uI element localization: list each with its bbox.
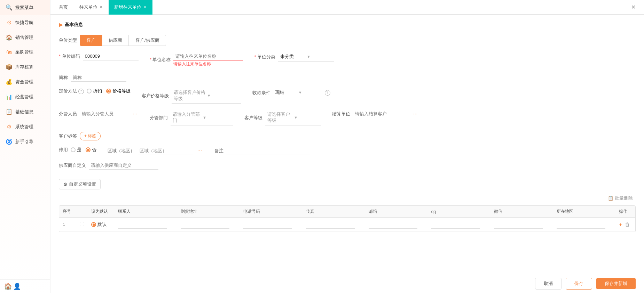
add-tag-button[interactable]: + 标签 xyxy=(80,132,101,140)
unit-name-field: * 单位名称 请输入往来单位名称 xyxy=(150,52,243,67)
short-name-field: 简称 xyxy=(59,73,126,82)
radio-discount[interactable]: 折扣 xyxy=(87,88,102,94)
customer-level-select[interactable]: 请选择客户等级 ▼ xyxy=(265,110,321,125)
cancel-button[interactable]: 取消 xyxy=(535,278,561,290)
table-header-row: 序号 设为默认 联系人 到货地址 电话号码 传真 邮箱 qq 微信 所在地区 操… xyxy=(59,206,635,218)
customer-level-chevron-icon: ▼ xyxy=(294,115,319,120)
settlement-unit-input[interactable] xyxy=(353,110,409,118)
unit-name-input[interactable] xyxy=(173,52,243,60)
radio-price-level-dot xyxy=(107,90,110,92)
section-basic-info: ▶ 基本信息 xyxy=(59,22,636,28)
customer-level-label: 客户等级 xyxy=(244,115,262,121)
default-radio-circle xyxy=(91,222,96,227)
inventory-icon: 📦 xyxy=(6,64,13,70)
col-email: 邮箱 xyxy=(365,206,428,218)
unit-category-value: 未分类 xyxy=(280,54,305,60)
add-row-button[interactable]: + xyxy=(619,222,622,227)
cell-address[interactable] xyxy=(177,218,240,232)
note-input[interactable] xyxy=(226,147,310,155)
operations-icon: 📊 xyxy=(6,93,13,100)
settlement-more-icon[interactable]: ··· xyxy=(411,111,419,117)
sidebar-item-operations[interactable]: 📊 经营管理 xyxy=(0,89,50,104)
code-name-category-row: * 单位编码 * 单位名称 请输入往来单位名称 * 单位分类 xyxy=(59,52,636,67)
type-btn-both[interactable]: 客户/供应商 xyxy=(129,35,166,46)
col-region: 所在地区 xyxy=(553,206,616,218)
manager-label: 分管人员 xyxy=(59,111,77,117)
pricing-row: 定价方法 ? 折扣 价格等级 客户价格 xyxy=(59,88,636,104)
region-input[interactable] xyxy=(138,147,193,155)
save-button[interactable]: 保存 xyxy=(566,278,592,290)
sidebar-item-guide[interactable]: 🌀 新手引导 xyxy=(0,134,50,149)
cell-qq[interactable] xyxy=(428,218,490,232)
tab-partners-close-icon[interactable]: ✕ xyxy=(100,5,103,9)
radio-yes[interactable]: 是 xyxy=(71,147,81,153)
customer-price-level-placeholder: 请选择客户价格等级 xyxy=(174,89,206,102)
manager-more-icon[interactable]: ··· xyxy=(131,111,139,117)
purchase-icon: 🛍 xyxy=(6,49,13,55)
radio-price-level[interactable]: 价格等级 xyxy=(106,88,131,94)
tab-home[interactable]: 首页 xyxy=(53,0,74,15)
cell-region[interactable] xyxy=(553,218,616,232)
customer-price-level-select[interactable]: 请选择客户价格等级 ▼ xyxy=(172,88,241,104)
disabled-row: 停用 是 否 区域（地区） ··· xyxy=(59,147,636,155)
short-name-input[interactable] xyxy=(71,73,126,82)
table-toolbar: 📋 批量删除 xyxy=(59,194,636,203)
supplier-custom-input[interactable] xyxy=(89,161,158,170)
save-new-button[interactable]: 保存并新增 xyxy=(596,278,636,289)
type-btn-supplier[interactable]: 供应商 xyxy=(102,35,129,46)
supplier-custom-field: 供应商自定义 xyxy=(59,161,158,170)
region-more-icon[interactable]: ··· xyxy=(196,148,203,154)
radio-no[interactable]: 否 xyxy=(86,147,96,153)
row-checkbox[interactable] xyxy=(80,222,84,226)
unit-category-select[interactable]: 未分类 ▼ xyxy=(278,52,334,62)
payment-help-icon[interactable]: ? xyxy=(325,90,330,96)
main-area: 首页 往来单位 ✕ 新增往来单位 ✕ ✕ ▶ 基本信息 单位类型 客户 供应商 … xyxy=(50,0,644,293)
department-placeholder: 请输入分管部门 xyxy=(173,111,201,124)
batch-delete-button[interactable]: 📋 批量删除 xyxy=(608,195,633,201)
type-btn-customer[interactable]: 客户 xyxy=(80,35,102,46)
batch-delete-icon: 📋 xyxy=(608,196,613,201)
region-label: 区域（地区） xyxy=(108,148,135,154)
sidebar-item-quicknav[interactable]: ⊙ 快捷导航 xyxy=(0,15,50,30)
radio-discount-circle xyxy=(87,89,92,93)
department-label: 分管部门 xyxy=(150,115,168,121)
radio-yes-circle xyxy=(71,147,76,152)
col-default: 设为默认 xyxy=(88,206,114,218)
department-chevron-icon: ▼ xyxy=(203,115,231,120)
cell-phone[interactable] xyxy=(240,218,303,232)
supplier-custom-label: 供应商自定义 xyxy=(59,162,86,169)
sidebar-item-purchase[interactable]: 🛍 采购管理 xyxy=(0,45,50,59)
unit-type-label: 单位类型 xyxy=(59,37,77,43)
cell-checkbox[interactable] xyxy=(76,218,88,232)
sidebar-item-finance[interactable]: 💰 资金管理 xyxy=(0,74,50,89)
payment-terms-select[interactable]: 现结 ▼ xyxy=(273,88,322,97)
default-radio-item[interactable]: 默认 xyxy=(91,221,111,228)
sidebar-item-basic[interactable]: 📋 基础信息 xyxy=(0,104,50,119)
tab-new-partner-close-icon[interactable]: ✕ xyxy=(143,5,147,9)
tab-bar-close-button[interactable]: ✕ xyxy=(626,4,641,10)
short-name-label: 简称 xyxy=(59,74,68,81)
pricing-method-field: 定价方法 ? 折扣 价格等级 xyxy=(59,88,131,94)
unit-type-row: 单位类型 客户 供应商 客户/供应商 xyxy=(59,35,636,46)
sidebar-item-system[interactable]: ⚙ 系统管理 xyxy=(0,119,50,134)
cell-default: 默认 xyxy=(88,218,114,232)
sidebar-item-sales[interactable]: 🏠 销售管理 xyxy=(0,30,50,45)
tab-new-partner[interactable]: 新增往来单位 ✕ xyxy=(109,0,152,15)
custom-settings-button[interactable]: ⚙ 自定义项设置 xyxy=(59,179,101,189)
pricing-help-icon[interactable]: ? xyxy=(78,89,84,94)
tab-partners[interactable]: 往来单位 ✕ xyxy=(74,0,109,15)
department-select[interactable]: 请输入分管部门 ▼ xyxy=(171,110,233,125)
cell-fax[interactable] xyxy=(303,218,365,232)
default-radio-dot xyxy=(93,223,95,226)
cell-wechat[interactable] xyxy=(490,218,553,232)
delete-row-button[interactable]: 🗑 xyxy=(625,222,630,227)
note-label: 备注 xyxy=(214,148,223,154)
manager-input[interactable] xyxy=(80,110,128,118)
cell-contact[interactable] xyxy=(115,218,177,232)
sidebar-item-search[interactable]: 🔍 搜索菜单 xyxy=(0,0,50,15)
note-field: 备注 xyxy=(214,147,310,155)
radio-no-dot xyxy=(87,149,89,151)
unit-code-input[interactable] xyxy=(83,52,139,60)
sidebar-item-inventory[interactable]: 📦 库存核算 xyxy=(0,59,50,74)
cell-email[interactable] xyxy=(365,218,428,232)
